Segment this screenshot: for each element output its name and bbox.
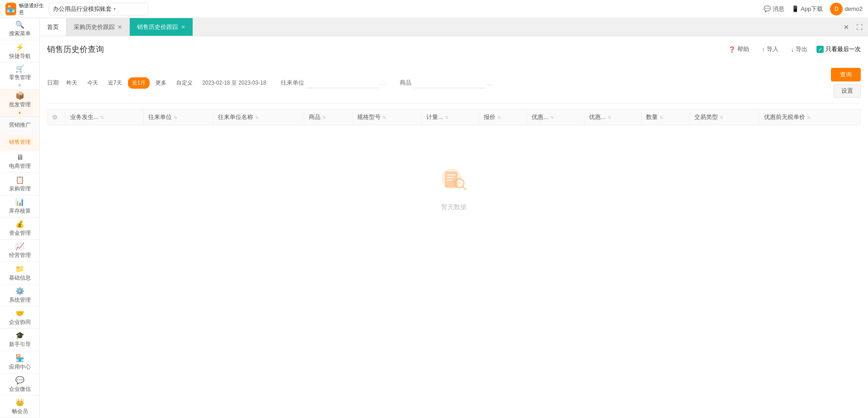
app-selector[interactable]: 办公用品行业模拟账套 ▾ [49, 3, 148, 15]
sidebar-item-purchase[interactable]: 📋 采购管理 [0, 173, 39, 195]
page-actions: ❓ 帮助 ↑ 导入 ↓ 导出 ✓ 只看最后一次 [725, 43, 861, 55]
sidebar-item-enterprise-wx[interactable]: 💬 企业微信 [0, 374, 39, 396]
message-btn[interactable]: 💬 消息 [764, 5, 784, 13]
table-col-trade-type[interactable]: 交易类型 ⇅ [689, 109, 759, 125]
sidebar-item-vip[interactable]: 👑 畅会员 [0, 396, 39, 418]
sidebar-item-label: 企业微信 [9, 386, 31, 393]
sort-icon: ⇅ [100, 115, 104, 120]
table-col-price[interactable]: 报价 ⇅ [479, 109, 527, 125]
page-inner: 销售历史价查询 ❓ 帮助 ↑ 导入 ↓ 导出 [40, 36, 868, 255]
date-btn-today[interactable]: 今天 [83, 77, 102, 89]
sidebar-item-marketing[interactable]: 营销推广 [0, 117, 39, 134]
sort-icon: ⇅ [497, 115, 501, 120]
table-col-pretax-price[interactable]: 优惠前无税单价 ⇅ [759, 109, 860, 125]
column-settings-icon[interactable]: ⚙ [52, 114, 58, 121]
guide-icon: 🎓 [15, 331, 24, 340]
sidebar-item-label: 库存核算 [9, 208, 31, 215]
tab-home-label: 首页 [47, 23, 59, 31]
content-area: 首页 采购历史价跟踪 ✕ 销售历史价跟踪 ✕ ✕ ⛶ 销售历史价查询 [40, 18, 868, 418]
tab-home[interactable]: 首页 [40, 18, 66, 36]
filter-right: 查询 设置 [831, 68, 861, 98]
sidebar-item-label: 资金管理 [9, 230, 31, 237]
table-col-partner-name[interactable]: 往来单位名称 ⇅ [213, 109, 304, 125]
maximize-btn[interactable]: ⛶ [854, 22, 864, 33]
table-col-biz-date[interactable]: 业务发生... ⇅ [66, 109, 144, 125]
sidebar-item-retail-mgmt[interactable]: 🛒 零售管理 ▾ [0, 62, 39, 90]
sort-icon: ⇅ [174, 115, 177, 120]
sidebar-item-label: 基础信息 [9, 275, 31, 282]
sidebar-item-quick-nav[interactable]: ⚡ 快捷导航 [0, 40, 39, 62]
sort-icon: ⇅ [660, 115, 663, 120]
sidebar-item-operations[interactable]: 📈 经营管理 [0, 240, 39, 262]
table-col-unit[interactable]: 计量... ⇅ [422, 109, 479, 125]
crown-icon: 👑 [15, 398, 24, 407]
sidebar-item-sales-mgmt[interactable]: 销售管理 [0, 134, 39, 151]
sidebar-item-wholesale-mgmt[interactable]: 📦 批发管理 ▴ [0, 90, 39, 117]
sidebar-item-label: 快捷导航 [9, 53, 31, 60]
sidebar-item-basic-info[interactable]: 📁 基础信息 [0, 262, 39, 284]
sidebar-item-label: 采购管理 [9, 185, 31, 193]
sidebar-item-system[interactable]: ⚙️ 系统管理 [0, 285, 39, 307]
sidebar-item-search-menu[interactable]: 🔍 搜索菜单 [0, 18, 39, 40]
only-last-checkbox[interactable]: ✓ 只看最后一次 [816, 45, 861, 53]
export-btn[interactable]: ↓ 导出 [788, 43, 811, 55]
table-col-partner-code[interactable]: 往来单位 ⇅ [144, 109, 213, 125]
help-btn[interactable]: ❓ 帮助 [725, 43, 753, 55]
query-button[interactable]: 查询 [831, 68, 861, 81]
date-btn-yesterday[interactable]: 昨天 [62, 77, 81, 89]
sidebar-item-app-center[interactable]: 🏪 应用中心 [0, 351, 39, 373]
sidebar-item-newcomer[interactable]: 🎓 新手引导 [0, 329, 39, 351]
table-header: ⚙ 业务发生... ⇅ 往来单位 [47, 109, 861, 125]
svg-rect-4 [447, 180, 452, 181]
table-col-spec[interactable]: 规格型号 ⇅ [352, 109, 422, 125]
data-table: ⚙ 业务发生... ⇅ 往来单位 [47, 109, 861, 247]
empty-state-row: 暂无数据 [47, 125, 861, 248]
app-selector-text: 办公用品行业模拟账套 [53, 5, 112, 13]
partner-dots[interactable]: ... [380, 80, 385, 86]
partner-input[interactable] [306, 77, 378, 88]
goods-dots[interactable]: ... [487, 80, 492, 86]
sidebar-item-inventory[interactable]: 📊 库存核算 [0, 195, 39, 218]
sidebar-item-label: 搜索菜单 [9, 30, 31, 38]
sort-icon: ⇅ [807, 115, 811, 120]
date-btn-custom[interactable]: 自定义 [172, 77, 197, 89]
goods-filter-group: 商品 ... [400, 77, 492, 88]
download-icon: 📱 [792, 5, 799, 12]
checkbox-checked-icon: ✓ [816, 46, 824, 53]
top-right: 💬 消息 📱 App下载 D demo2 [764, 3, 863, 15]
trending-icon: 📈 [15, 242, 24, 251]
date-options: 昨天 今天 近7天 近1月 更多 自定义 [62, 77, 197, 89]
sidebar-item-ecommerce[interactable]: 🖥 电商管理 [0, 151, 39, 173]
tab-close-icon[interactable]: ✕ [181, 24, 185, 30]
date-btn-more[interactable]: 更多 [151, 77, 170, 89]
date-btn-last7[interactable]: 近7天 [104, 77, 126, 89]
settings-button[interactable]: 设置 [834, 84, 861, 98]
sort-icon: ⇅ [608, 115, 611, 120]
tab-actions: ✕ ⛶ [838, 18, 868, 36]
sidebar-item-label: 电商管理 [9, 163, 31, 170]
close-tab-btn[interactable]: ✕ [842, 22, 851, 33]
table-col-goods[interactable]: 商品 ⇅ [304, 109, 352, 125]
table-col-discount2[interactable]: 优惠... ⇅ [584, 109, 641, 125]
table-col-discount1[interactable]: 优惠... ⇅ [527, 109, 584, 125]
goods-input[interactable] [413, 77, 486, 88]
export-icon: ↓ [791, 46, 794, 53]
table-col-settings[interactable]: ⚙ [47, 109, 66, 125]
sidebar-item-label: 批发管理 [9, 101, 31, 109]
table-col-quantity[interactable]: 数量 ⇅ [642, 109, 690, 125]
sidebar-item-finance[interactable]: 💰 资金管理 [0, 218, 39, 240]
import-btn[interactable]: ↑ 导入 [758, 43, 782, 55]
date-btn-last1month[interactable]: 近1月 [128, 77, 150, 89]
partner-filter-label: 往来单位 [281, 79, 304, 87]
tab-sales-history[interactable]: 销售历史价跟踪 ✕ [130, 18, 193, 36]
search-icon: 🔍 [15, 20, 24, 29]
sidebar-item-enterprise[interactable]: 🤝 企业协同 [0, 307, 39, 329]
app-download-btn[interactable]: 📱 App下载 [792, 5, 823, 13]
tab-purchase-history[interactable]: 采购历史价跟踪 ✕ [66, 18, 130, 36]
chevron-down-icon: ▾ [113, 6, 116, 11]
svg-rect-3 [447, 177, 454, 178]
tab-close-icon[interactable]: ✕ [118, 24, 122, 30]
page-title: 销售历史价查询 [47, 44, 104, 55]
user-area[interactable]: D demo2 [830, 3, 863, 15]
table-body: 暂无数据 [47, 125, 861, 248]
